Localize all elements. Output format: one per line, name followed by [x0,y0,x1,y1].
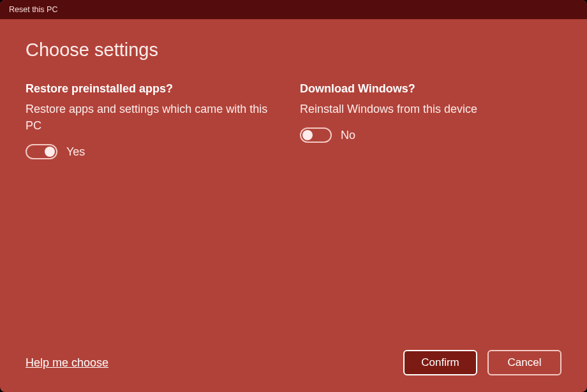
restore-toggle[interactable] [26,144,57,159]
footer: Help me choose Confirm Cancel [26,350,561,375]
restore-description: Restore apps and settings which came wit… [26,101,268,134]
toggle-knob-icon [45,147,55,157]
confirm-button[interactable]: Confirm [403,350,477,375]
titlebar: Reset this PC [0,0,587,19]
content-area: Choose settings Restore preinstalled app… [0,19,587,392]
restore-heading: Restore preinstalled apps? [26,82,287,96]
toggle-knob-icon [302,130,313,140]
restore-toggle-label: Yes [66,145,85,159]
restore-preinstalled-option: Restore preinstalled apps? Restore apps … [26,82,287,350]
options-grid: Restore preinstalled apps? Restore apps … [26,82,561,350]
download-toggle[interactable] [300,127,332,143]
download-description: Reinstall Windows from this device [300,101,542,117]
page-title: Choose settings [26,40,561,61]
download-windows-option: Download Windows? Reinstall Windows from… [300,82,561,350]
reset-pc-window: Reset this PC Choose settings Restore pr… [0,0,587,392]
download-toggle-row: No [300,127,561,143]
footer-buttons: Confirm Cancel [403,350,561,375]
download-heading: Download Windows? [300,82,561,96]
cancel-button[interactable]: Cancel [487,350,561,375]
download-toggle-label: No [341,129,355,142]
help-me-choose-link[interactable]: Help me choose [26,356,108,370]
window-title: Reset this PC [9,5,57,14]
restore-toggle-row: Yes [26,144,287,159]
